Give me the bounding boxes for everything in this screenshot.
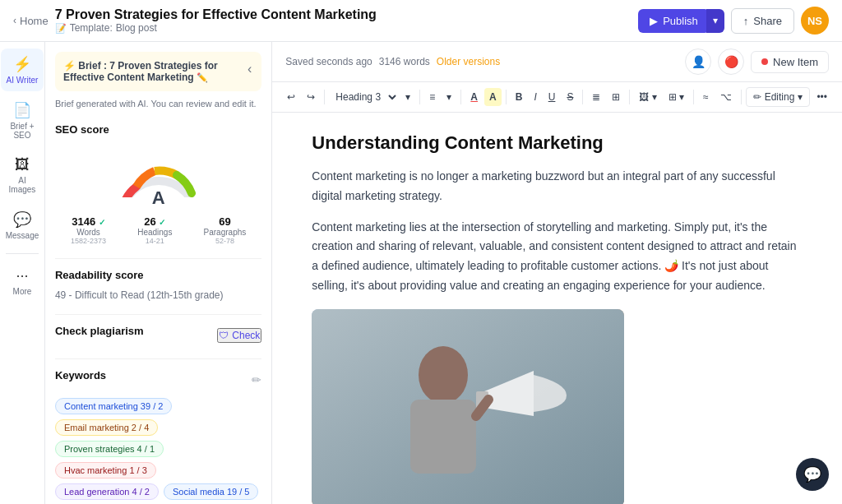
keyword-tag-proven-strategies[interactable]: Proven strategies 4 / 1	[55, 441, 164, 457]
avatar[interactable]: NS	[801, 7, 829, 35]
word-count: 3146 words	[379, 56, 430, 67]
editor-panel: Saved seconds ago 3146 words Older versi…	[272, 42, 842, 504]
stat-headings: 26 ✓ Headings 14-21	[137, 215, 172, 245]
gauge-svg	[109, 144, 208, 197]
main-layout: ⚡ AI Writer 📄 Brief + SEO 🖼 AI Images 💬 …	[0, 42, 842, 504]
ai-writer-icon: ⚡	[13, 55, 31, 73]
brief-description: Brief generated with AI. You can review …	[55, 98, 261, 110]
keyword-tag-content-marketing[interactable]: Content marketing 39 / 2	[55, 398, 172, 414]
bold-button[interactable]: B	[511, 88, 528, 106]
gauge-container: A	[55, 144, 261, 209]
list-button[interactable]: ≣	[587, 88, 605, 106]
sidebar-item-more[interactable]: ··· More	[1, 261, 44, 303]
publish-group: ▶ Publish ▾	[638, 9, 724, 33]
doc-title: 7 Proven Strategies for Effective Conten…	[55, 7, 377, 22]
editing-dropdown-button[interactable]: ✏ Editing ▾	[746, 87, 811, 107]
align-button[interactable]: ≡	[424, 88, 440, 106]
message-icon: 💬	[13, 210, 31, 229]
image-person	[312, 309, 624, 504]
refresh-icon-button[interactable]: 🔴	[718, 49, 744, 75]
publish-label: Publish	[663, 15, 698, 27]
special-char-button[interactable]: ≈	[698, 88, 714, 106]
check-shield-icon: 🛡	[219, 330, 229, 341]
seo-stats: 3146 ✓ Words 1582-2373 26 ✓ Headings 14-…	[55, 215, 261, 245]
header-left: ‹ Home 7 Proven Strategies for Effective…	[13, 7, 377, 34]
saved-status: Saved seconds ago	[285, 56, 372, 67]
toolbar-sep-2	[419, 90, 420, 104]
keywords-edit-icon[interactable]: ✏	[252, 373, 261, 386]
content-p2: Content marketing lies at the intersecti…	[312, 218, 803, 296]
collapse-button[interactable]: ‹	[246, 60, 253, 78]
older-versions-link[interactable]: Older versions	[437, 56, 500, 67]
back-button[interactable]: ‹ Home	[13, 15, 49, 27]
toolbar-sep-7	[693, 90, 694, 104]
table-button[interactable]: ⊞ ▾	[664, 88, 689, 106]
content-image	[312, 309, 624, 504]
keyword-tag-email-marketing[interactable]: Email marketing 2 / 4	[55, 419, 158, 436]
toolbar-sep-8	[741, 90, 742, 104]
editor-toolbar: ↩ ↪ Heading 3 Heading 1 Heading 2 Headin…	[272, 82, 842, 113]
sidebar-item-ai-writer[interactable]: ⚡ AI Writer	[1, 49, 44, 91]
font-color-button[interactable]: A	[465, 88, 483, 106]
readability-score: 49 - Difficult to Read (12th-15th grade)	[55, 289, 261, 301]
check-plagiarism-button[interactable]: 🛡 Check	[217, 328, 261, 343]
sidebar-item-ai-images[interactable]: 🖼 AI Images	[1, 150, 44, 201]
editing-pencil-icon: ✏	[753, 91, 761, 103]
share-icon: ↑	[743, 15, 749, 27]
header-right: ▶ Publish ▾ ↑ Share NS	[638, 7, 829, 35]
highlight-button[interactable]: A	[484, 88, 502, 106]
users-icon-button[interactable]: 👤	[685, 49, 711, 75]
middle-panel: ⚡ Brief : 7 Proven Strategies for Effect…	[45, 42, 272, 504]
editing-caret-icon: ▾	[798, 91, 803, 103]
plagiarism-section: Check plagiarism 🛡 Check	[55, 314, 261, 345]
editing-label: Editing	[765, 91, 795, 103]
ai-images-icon: 🖼	[15, 156, 30, 173]
sidebar-label-message: Message	[6, 231, 39, 240]
back-arrow-icon: ‹	[13, 15, 16, 26]
svg-rect-2	[410, 400, 476, 474]
code-button[interactable]: ⌥	[715, 88, 737, 106]
content-h2: Understanding Content Marketing	[312, 132, 803, 154]
more-icon: ···	[16, 267, 28, 284]
template-icon: 📝	[55, 23, 67, 34]
sidebar-label-ai-images: AI Images	[6, 176, 39, 194]
sidebar-label-brief-seo: Brief + SEO	[6, 122, 39, 140]
list2-button[interactable]: ⊞	[607, 88, 625, 106]
new-item-button[interactable]: New Item	[751, 51, 829, 73]
top-header: ‹ Home 7 Proven Strategies for Effective…	[0, 0, 842, 42]
undo-button[interactable]: ↩	[282, 88, 300, 106]
chat-bubble-button[interactable]: 💬	[796, 458, 829, 491]
more-options-button[interactable]: •••	[812, 88, 832, 106]
publish-button[interactable]: ▶ Publish	[638, 9, 710, 33]
title-block: 7 Proven Strategies for Effective Conten…	[55, 7, 377, 34]
strikethrough-button[interactable]: S	[562, 88, 578, 106]
redo-button[interactable]: ↪	[302, 88, 320, 106]
heading-caret-button[interactable]: ▾	[400, 88, 415, 106]
doc-template: 📝 Template: Blog post	[55, 22, 377, 34]
left-sidebar: ⚡ AI Writer 📄 Brief + SEO 🖼 AI Images 💬 …	[0, 42, 45, 504]
toolbar-sep-5	[582, 90, 583, 104]
sidebar-divider	[6, 253, 39, 254]
keyword-tag-lead-generation[interactable]: Lead generation 4 / 2	[55, 483, 159, 500]
gauge-wrapper	[109, 144, 208, 197]
image-button[interactable]: 🖼 ▾	[634, 88, 661, 106]
stat-words-range: 1582-2373	[71, 237, 106, 245]
align-caret-button[interactable]: ▾	[442, 88, 456, 106]
keywords-header: Keywords ✏	[55, 369, 261, 390]
keywords-section: Keywords ✏ Content marketing 39 / 2 Emai…	[55, 358, 261, 504]
editor-topbar: Saved seconds ago 3146 words Older versi…	[272, 42, 842, 82]
stat-headings-value: 26 ✓	[137, 215, 172, 228]
heading-select[interactable]: Heading 3 Heading 1 Heading 2 Heading 4 …	[329, 87, 399, 107]
italic-button[interactable]: I	[529, 88, 541, 106]
underline-button[interactable]: U	[544, 88, 561, 106]
editor-content[interactable]: Understanding Content Marketing Content …	[272, 113, 842, 504]
keyword-tag-social-media[interactable]: Social media 19 / 5	[164, 483, 259, 500]
publish-caret-button[interactable]: ▾	[706, 9, 724, 33]
brief-edit-icon[interactable]: ✏️	[197, 72, 208, 82]
keyword-tag-hvac-marketing[interactable]: Hvac marketing 1 / 3	[55, 462, 156, 479]
share-button[interactable]: ↑ Share	[731, 8, 794, 34]
sidebar-item-brief-seo[interactable]: 📄 Brief + SEO	[1, 95, 44, 146]
sidebar-item-message[interactable]: 💬 Message	[1, 204, 44, 247]
template-label: Template:	[70, 22, 113, 34]
sidebar-label-more: More	[13, 287, 32, 296]
